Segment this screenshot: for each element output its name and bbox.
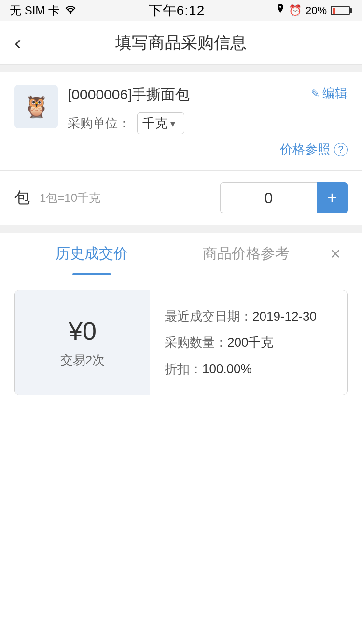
tabs-panel: 历史成交价 商品价格参考 × ¥0 交易2次 最近成交日期：2019-12-30… bbox=[0, 233, 362, 410]
page-title: 填写商品采购信息 bbox=[115, 32, 247, 54]
signal-text: 无 SIM 卡 bbox=[10, 3, 60, 18]
tab-close-button[interactable]: × bbox=[323, 242, 348, 266]
unit-select[interactable]: 千克 ▾ bbox=[137, 112, 184, 134]
nav-bar: ‹ 填写商品采购信息 bbox=[0, 21, 362, 65]
quantity-unit-label: 包 bbox=[14, 187, 30, 209]
detail-discount-label: 折扣： bbox=[165, 362, 202, 376]
status-bar: 无 SIM 卡 下午6:12 ⏰ 20% bbox=[0, 0, 362, 21]
detail-date-label: 最近成交日期： bbox=[165, 309, 252, 323]
price-ref-question-icon: ? bbox=[334, 143, 348, 156]
battery-percent: 20% bbox=[306, 4, 327, 17]
svg-point-0 bbox=[70, 13, 71, 14]
edit-icon: ✎ bbox=[311, 87, 320, 100]
tab-price-ref-label: 商品价格参考 bbox=[203, 244, 290, 264]
transaction-count: 交易2次 bbox=[60, 352, 105, 369]
back-button[interactable]: ‹ bbox=[14, 28, 26, 58]
detail-date-row: 最近成交日期：2019-12-30 bbox=[165, 308, 333, 325]
edit-button[interactable]: ✎ 编辑 bbox=[311, 85, 348, 102]
product-thumbnail: 🦉 bbox=[14, 85, 58, 128]
tab-active-underline bbox=[72, 273, 111, 275]
empty-area bbox=[0, 410, 362, 644]
history-card: ¥0 交易2次 最近成交日期：2019-12-30 采购数量：200千克 折扣：… bbox=[14, 290, 348, 395]
tab-history-price[interactable]: 历史成交价 bbox=[14, 233, 169, 275]
history-content: ¥0 交易2次 最近成交日期：2019-12-30 采购数量：200千克 折扣：… bbox=[0, 275, 362, 410]
unit-label: 采购单位： bbox=[68, 115, 130, 132]
product-card: 🦉 [0000006]手撕面包 采购单位： 千克 ▾ ✎ 编辑 价格参照 ? bbox=[0, 72, 362, 170]
detail-qty-value: 200千克 bbox=[227, 335, 273, 350]
product-left: 🦉 [0000006]手撕面包 采购单位： 千克 ▾ bbox=[14, 85, 311, 134]
quantity-row: 包 1包=10千克 + bbox=[0, 170, 362, 225]
quantity-input[interactable] bbox=[220, 182, 317, 213]
section-divider bbox=[0, 225, 362, 233]
detail-qty-row: 采购数量：200千克 bbox=[165, 334, 333, 351]
product-top: 🦉 [0000006]手撕面包 采购单位： 千克 ▾ ✎ 编辑 bbox=[14, 85, 348, 134]
tab-history-label: 历史成交价 bbox=[56, 244, 128, 264]
tab-product-price-ref[interactable]: 商品价格参考 bbox=[169, 233, 323, 275]
alarm-icon: ⏰ bbox=[289, 4, 302, 17]
detail-discount-row: 折扣：100.00% bbox=[165, 360, 333, 378]
history-price: ¥0 bbox=[69, 316, 97, 346]
unit-select-arrow-icon: ▾ bbox=[170, 118, 175, 129]
product-bottom-row: 价格参照 ? bbox=[14, 141, 348, 158]
detail-date-value: 2019-12-30 bbox=[252, 309, 317, 323]
detail-discount-value: 100.00% bbox=[202, 362, 252, 376]
product-name: [0000006]手撕面包 bbox=[68, 85, 311, 104]
status-left: 无 SIM 卡 bbox=[10, 3, 77, 18]
history-card-details: 最近成交日期：2019-12-30 采购数量：200千克 折扣：100.00% bbox=[150, 290, 347, 395]
location-icon bbox=[276, 4, 285, 17]
detail-qty-label: 采购数量： bbox=[165, 335, 227, 350]
edit-label: 编辑 bbox=[322, 85, 348, 102]
battery-icon bbox=[331, 6, 352, 15]
price-ref-button[interactable]: 价格参照 ? bbox=[280, 141, 348, 158]
price-ref-label: 价格参照 bbox=[280, 141, 330, 158]
product-unit-row: 采购单位： 千克 ▾ bbox=[68, 112, 311, 134]
product-owl-icon: 🦉 bbox=[23, 96, 50, 117]
product-info: [0000006]手撕面包 采购单位： 千克 ▾ bbox=[68, 85, 311, 134]
unit-value: 千克 bbox=[142, 115, 167, 132]
history-card-price-section: ¥0 交易2次 bbox=[15, 290, 150, 395]
status-right: ⏰ 20% bbox=[276, 4, 352, 17]
tabs-header: 历史成交价 商品价格参考 × bbox=[0, 233, 362, 275]
wifi-icon bbox=[64, 4, 77, 17]
quantity-conversion: 1包=10千克 bbox=[40, 190, 210, 206]
quantity-plus-button[interactable]: + bbox=[317, 182, 348, 213]
status-time: 下午6:12 bbox=[149, 1, 205, 20]
quantity-input-wrap: + bbox=[220, 182, 348, 213]
